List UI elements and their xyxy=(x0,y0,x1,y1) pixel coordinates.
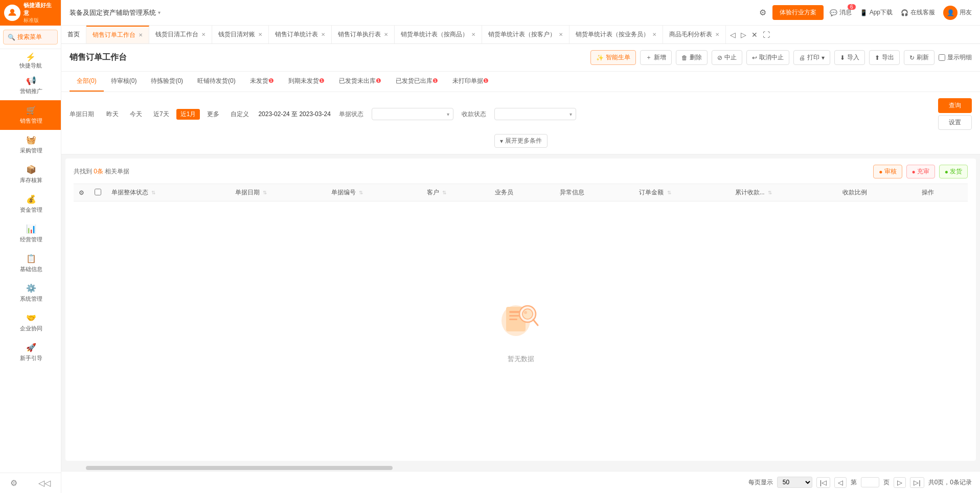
tab-close-sales-stats[interactable]: ✕ xyxy=(321,32,325,37)
show-detail-label[interactable]: 显示明细 xyxy=(939,53,972,62)
col-exception[interactable]: 异常信息 xyxy=(555,184,634,201)
horizontal-scrollbar[interactable] xyxy=(65,465,976,471)
cancel-stop-btn[interactable]: ↩ 取消中止 xyxy=(746,50,789,65)
col-customer[interactable]: 客户 ⇅ xyxy=(422,184,490,201)
next-page-btn[interactable]: ▷ xyxy=(894,477,906,488)
tab-close-sales-exec[interactable]: ✕ xyxy=(384,32,388,37)
refresh-btn[interactable]: ↻ 刷新 xyxy=(904,50,935,65)
revoke-label: 充审 xyxy=(917,167,929,176)
message-btn[interactable]: 💬 消息 6 xyxy=(830,8,852,17)
subtab-shipped-not-out[interactable]: 已发货未出库❶ xyxy=(332,72,389,92)
filter-settings-btn[interactable]: 设置 xyxy=(938,115,972,130)
quick-nav-item[interactable]: ⚡ 快捷导航 xyxy=(0,49,61,71)
tab-cash-daily[interactable]: 钱货日清工作台 ✕ xyxy=(149,26,212,43)
date-btn-custom[interactable]: 自定义 xyxy=(226,109,253,120)
ship-btn[interactable]: ● 发货 xyxy=(939,165,968,178)
tab-fullscreen-btn[interactable]: ⛶ xyxy=(761,30,772,40)
prev-page-btn[interactable]: ◁ xyxy=(834,477,847,488)
tab-close-sales-workbench[interactable]: ✕ xyxy=(139,32,143,38)
col-collect-ratio[interactable]: 收款比例 xyxy=(837,184,917,201)
tab-sales-stats[interactable]: 销售订单统计表 ✕ xyxy=(269,26,332,43)
system-title-dropdown[interactable]: 装备及固定资产辅助管理系统 ▾ xyxy=(70,8,161,17)
tab-sales-sum-customer[interactable]: 销货单统计表（按客户） ✕ xyxy=(482,26,569,43)
tab-close-all-btn[interactable]: ✕ xyxy=(749,30,760,40)
col-amount[interactable]: 订单金额 ⇅ xyxy=(634,184,730,201)
tab-sales-exec[interactable]: 销售订单执行表 ✕ xyxy=(332,26,395,43)
industry-btn[interactable]: 体验行业方案 xyxy=(772,5,824,20)
online-service-btn[interactable]: 🎧 在线客服 xyxy=(901,8,935,17)
tab-close-sales-sum-customer[interactable]: ✕ xyxy=(559,32,563,37)
tab-close-cash-daily[interactable]: ✕ xyxy=(201,32,206,37)
expand-filter-btn[interactable]: ▾ 展开更多条件 xyxy=(494,134,548,148)
sidebar-item-coop[interactable]: 🤝 企业协同 xyxy=(0,308,61,338)
col-status[interactable]: 单据整体状态 ⇅ xyxy=(106,184,230,201)
page-input[interactable]: 1 xyxy=(861,477,879,487)
import-btn[interactable]: ⬇ 导入 xyxy=(834,50,865,65)
sidebar-item-operation[interactable]: 📊 经营管理 xyxy=(0,219,61,249)
sidebar-item-system[interactable]: ⚙️ 系统管理 xyxy=(0,278,61,308)
delete-btn[interactable]: 🗑 删除 xyxy=(676,50,708,65)
smart-generate-btn[interactable]: ✨ 智能生单 xyxy=(590,50,636,65)
col-date[interactable]: 单据日期 ⇅ xyxy=(230,184,326,201)
last-page-btn[interactable]: ▷| xyxy=(910,477,924,488)
select-all-checkbox[interactable] xyxy=(95,189,101,195)
app-download-btn[interactable]: 📱 App下载 xyxy=(860,8,893,17)
show-detail-checkbox[interactable] xyxy=(939,54,945,61)
tab-prev-btn[interactable]: ◁ xyxy=(728,30,738,40)
tab-sales-sum-product[interactable]: 销货单统计表（按商品） ✕ xyxy=(395,26,482,43)
first-page-btn[interactable]: |◁ xyxy=(816,477,830,488)
date-btn-7days[interactable]: 近7天 xyxy=(149,109,173,120)
subtab-wangpu-pending[interactable]: 旺铺待发货(0) xyxy=(190,72,243,92)
tab-home[interactable]: 首页 xyxy=(61,26,86,43)
tab-cash-reconcile[interactable]: 钱货日清对账 ✕ xyxy=(212,26,269,43)
subtab-not-printed[interactable]: 未打印单据❶ xyxy=(445,72,496,92)
date-btn-1month[interactable]: 近1月 xyxy=(176,109,200,120)
sidebar-item-label: 库存核算 xyxy=(20,176,42,184)
tab-close-sales-sum-product[interactable]: ✕ xyxy=(471,32,475,37)
tab-gross-margin[interactable]: 商品毛利分析表 ✕ xyxy=(663,26,726,43)
sidebar-item-basic[interactable]: 📋 基础信息 xyxy=(0,249,61,278)
subtab-pending-review[interactable]: 待审核(0) xyxy=(104,72,144,92)
scrollbar-thumb[interactable] xyxy=(86,466,393,470)
user-section[interactable]: 👤 用友 xyxy=(943,6,972,20)
collect-select[interactable] xyxy=(494,108,576,120)
col-number[interactable]: 单据编号 ⇅ xyxy=(326,184,422,201)
add-label: 新增 xyxy=(654,53,666,62)
status-select[interactable] xyxy=(372,108,453,120)
sidebar-item-finance[interactable]: 💰 资金管理 xyxy=(0,189,61,219)
sidebar-settings-btn[interactable]: ⚙ xyxy=(10,478,17,488)
sidebar-item-purchase[interactable]: 🧺 采购管理 xyxy=(0,130,61,160)
add-btn[interactable]: ＋ 新增 xyxy=(640,50,672,65)
settings-icon[interactable]: ⚙ xyxy=(759,8,766,17)
revoke-btn[interactable]: ● 充审 xyxy=(906,165,935,178)
query-btn[interactable]: 查询 xyxy=(938,98,972,113)
export-btn[interactable]: ⬆ 导出 xyxy=(869,50,900,65)
stop-btn[interactable]: ⊘ 中止 xyxy=(712,50,742,65)
date-btn-today[interactable]: 今天 xyxy=(126,109,146,120)
subtab-not-shipped[interactable]: 未发货❶ xyxy=(243,72,281,92)
col-settings[interactable]: ⚙ xyxy=(74,184,89,201)
tab-sales-workbench[interactable]: 销售订单工作台 ✕ xyxy=(86,26,149,43)
subtab-all[interactable]: 全部(0) xyxy=(70,72,104,92)
tab-next-btn[interactable]: ▷ xyxy=(739,30,748,40)
date-btn-more[interactable]: 更多 xyxy=(203,109,223,120)
tab-sales-sum-staff[interactable]: 销货单统计表（按业务员） ✕ xyxy=(569,26,663,43)
date-btn-yesterday[interactable]: 昨天 xyxy=(102,109,123,120)
search-menu-button[interactable]: 🔍 搜索菜单 xyxy=(3,30,58,44)
print-btn[interactable]: 🖨 打印 ▾ xyxy=(793,50,830,65)
col-collected[interactable]: 累计收款... ⇅ xyxy=(730,184,837,201)
tab-close-sales-sum-staff[interactable]: ✕ xyxy=(652,32,656,37)
subtab-shipped-out[interactable]: 已发货已出库❶ xyxy=(389,72,445,92)
sidebar-item-guide[interactable]: 🚀 新手引导 xyxy=(0,338,61,367)
sidebar-item-sales[interactable]: 🛒 销售管理 xyxy=(0,100,61,130)
per-page-select[interactable]: 50 100 200 xyxy=(777,477,812,488)
tab-close-cash-reconcile[interactable]: ✕ xyxy=(258,32,262,37)
subtab-pending-check[interactable]: 待拣验货(0) xyxy=(144,72,190,92)
sidebar-item-marketing[interactable]: 📢 营销推广 xyxy=(0,71,61,100)
sidebar-collapse-btn[interactable]: ◁◁ xyxy=(38,478,51,488)
subtab-overdue-not-shipped[interactable]: 到期未发货❶ xyxy=(281,72,332,92)
sidebar-item-inventory[interactable]: 📦 库存核算 xyxy=(0,160,61,189)
tab-close-gross-margin[interactable]: ✕ xyxy=(715,32,719,37)
col-staff[interactable]: 业务员 xyxy=(490,184,555,201)
audit-btn[interactable]: ● 审核 xyxy=(873,165,902,178)
